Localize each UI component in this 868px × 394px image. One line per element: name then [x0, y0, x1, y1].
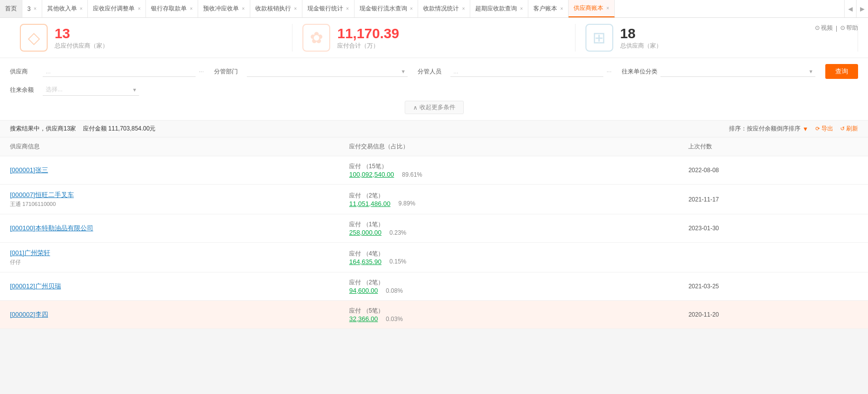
table-row: [000100]本特勒油品有限公司应付 （1笔）258,000.000.23%2…: [0, 214, 868, 243]
table-row: [000002]李四应付 （5笔）32,366.000.03%2020-11-2…: [0, 301, 868, 329]
filter-department: 分管部门 ▾: [214, 66, 408, 77]
result-info: 搜索结果中，供应商13家 应付金额 111,703,854.00元: [10, 125, 155, 133]
query-button[interactable]: 查询: [825, 64, 858, 79]
table-body: [000001]张三应付 （15笔）100,092,540.0089.61%20…: [0, 156, 868, 329]
pay-info-cell: 应付 （4笔）164,635.900.15%: [349, 250, 688, 265]
sort-selector[interactable]: 排序：按应付余额倒序排序 ▼: [729, 125, 808, 133]
close-tab-collection-stat[interactable]: ×: [462, 6, 465, 11]
supplier-name-link[interactable]: [000002]李四: [10, 310, 349, 319]
balance-filter-select[interactable]: 选择...▾: [43, 84, 139, 96]
close-tab-bank-deposit[interactable]: ×: [190, 6, 193, 11]
close-tab-customer-account[interactable]: ×: [560, 6, 563, 11]
filter-category: 往来单位分类 ▾: [622, 66, 816, 77]
dept-filter-select[interactable]: ▾: [247, 66, 408, 77]
nav-tab-advance[interactable]: 预收冲应收单×: [198, 0, 250, 17]
collapse-icon: ∧: [413, 104, 418, 111]
pay-amount-link[interactable]: 100,092,540.00: [349, 171, 394, 178]
supplier-filter-label: 供应商: [10, 67, 40, 76]
export-button[interactable]: ⟳ 导出: [815, 125, 833, 133]
nav-arrow-left[interactable]: ◀: [844, 0, 856, 17]
supplier-name-link[interactable]: [000012]广州贝瑞: [10, 282, 349, 291]
col-header-supplier: 供应商信息: [10, 142, 349, 151]
pay-amount-link[interactable]: 164,635.90: [349, 258, 381, 265]
filter-balance: 往来余额 选择...▾: [10, 84, 139, 96]
supplier-input-dots[interactable]: ···: [199, 68, 204, 75]
nav-tab-cash-bank-stat[interactable]: 现金银行统计×: [302, 0, 355, 17]
supplier-name-link[interactable]: [001]广州荣轩: [10, 249, 349, 258]
last-pay-date: 2021-03-25: [688, 283, 858, 290]
pay-percent: 9.89%: [398, 200, 415, 207]
data-table: 供应商信息 应付交易信息（占比） 上次付数 [000001]张三应付 （15笔）…: [0, 137, 868, 329]
separator: |: [836, 25, 837, 32]
supplier-name-link[interactable]: [000007]恒旺二手叉车: [10, 191, 349, 199]
last-pay-date: 2022-08-08: [688, 167, 858, 174]
nav-tab-customer-account[interactable]: 客户账本×: [528, 0, 569, 17]
nav-tab-other-income[interactable]: 其他收入单×: [42, 0, 88, 17]
pay-info-cell: 应付 （15笔）100,092,540.0089.61%: [349, 162, 688, 178]
supplier-name-link[interactable]: [000001]张三: [10, 166, 349, 175]
dept-filter-label: 分管部门: [214, 67, 244, 76]
nav-tab-home[interactable]: 首页: [0, 0, 22, 17]
col-header-pay-info: 应付交易信息（占比）: [349, 142, 688, 151]
stats-header: ◇ 13 总应付供应商（家） ✿ 11,170.39 应付合计（万） ⊞ 18 …: [0, 18, 868, 58]
supplier-name-link[interactable]: [000100]本特勒油品有限公司: [10, 224, 349, 233]
col-header-last-pay: 上次付数: [688, 142, 858, 151]
close-tab-supplier-account[interactable]: ×: [606, 5, 609, 11]
video-link[interactable]: ⊙视频: [815, 24, 833, 32]
table-row: [000012]广州贝瑞应付 （2笔）94,600.000.08%2021-03…: [0, 272, 868, 301]
collapse-label: 收起更多条件: [420, 103, 455, 112]
filter-row-2: 往来余额 选择...▾: [10, 84, 858, 96]
nav-tab-supplier-account[interactable]: 供应商账本×: [569, 0, 615, 17]
pay-amount-link[interactable]: 94,600.00: [349, 287, 378, 294]
nav-tab-overdue-query[interactable]: 超期应收款查询×: [470, 0, 528, 17]
pay-type-label: 应付 （2笔）: [349, 278, 688, 287]
nav-tab-cash-bank-flow[interactable]: 现金银行流水查询×: [355, 0, 419, 17]
supplier-info-cell: [001]广州荣轩仔仔: [10, 249, 349, 266]
balance-filter-label: 往来余额: [10, 86, 40, 94]
stat-block-suppliers: ◇ 13 总应付供应商（家）: [10, 24, 292, 52]
close-tab-advance[interactable]: ×: [242, 6, 245, 11]
help-link[interactable]: ⊙帮助: [840, 24, 858, 32]
nav-tab-t3[interactable]: 3×: [22, 0, 42, 17]
nav-arrow-right[interactable]: ▶: [856, 0, 868, 17]
close-tab-overdue-query[interactable]: ×: [520, 6, 523, 11]
pay-amount-link[interactable]: 32,366.00: [349, 315, 378, 323]
supplier-count-number: 13: [55, 25, 108, 42]
close-tab-cash-bank-flow[interactable]: ×: [410, 6, 413, 11]
total-supplier-label: 总供应商（家）: [620, 42, 662, 50]
nav-tab-collection-verify[interactable]: 收款核销执行×: [250, 0, 302, 17]
refresh-button[interactable]: ↺ 刷新: [840, 125, 858, 133]
pay-type-label: 应付 （4笔）: [349, 250, 688, 258]
category-filter-label: 往来单位分类: [622, 67, 657, 76]
pay-percent: 0.03%: [386, 316, 403, 323]
category-filter-select[interactable]: ▾: [660, 66, 816, 77]
table-row: [000007]恒旺二手叉车王通 17106110000应付 （2笔）11,05…: [0, 185, 868, 214]
pay-type-label: 应付 （1笔）: [349, 220, 688, 229]
close-tab-ap-adjust[interactable]: ×: [138, 6, 141, 11]
pay-amount-link[interactable]: 11,051,486.00: [349, 200, 390, 207]
pay-info-cell: 应付 （5笔）32,366.000.03%: [349, 307, 688, 323]
supplier-filter-input[interactable]: [43, 66, 196, 77]
person-input-dots[interactable]: ···: [606, 68, 611, 75]
table-header: 供应商信息 应付交易信息（占比） 上次付数: [0, 137, 868, 156]
supplier-icon: ◇: [20, 24, 48, 52]
close-tab-collection-verify[interactable]: ×: [294, 6, 297, 11]
close-tab-other-income[interactable]: ×: [80, 6, 83, 11]
nav-tab-ap-adjust[interactable]: 应收应付调整单×: [88, 0, 146, 17]
pay-type-label: 应付 （2笔）: [349, 192, 688, 200]
pay-amount-link[interactable]: 258,000.00: [349, 229, 381, 236]
supplier-sub-info: 王通 17106110000: [10, 200, 349, 208]
filter-person: 分管人员 ···: [418, 66, 612, 77]
close-tab-t3[interactable]: ×: [34, 6, 37, 11]
person-filter-label: 分管人员: [418, 67, 447, 76]
close-tab-cash-bank-stat[interactable]: ×: [346, 6, 349, 11]
pay-type-label: 应付 （5笔）: [349, 307, 688, 315]
store-icon: ⊞: [585, 24, 613, 52]
header-links: ⊙视频 | ⊙帮助: [815, 24, 858, 32]
supplier-info-cell: [000002]李四: [10, 310, 349, 319]
last-pay-date: 2020-11-20: [688, 311, 858, 318]
nav-tab-bank-deposit[interactable]: 银行存取款单×: [146, 0, 198, 17]
person-filter-input[interactable]: [450, 66, 603, 77]
collapse-button[interactable]: ∧ 收起更多条件: [405, 101, 464, 114]
nav-tab-collection-stat[interactable]: 收款情况统计×: [418, 0, 470, 17]
